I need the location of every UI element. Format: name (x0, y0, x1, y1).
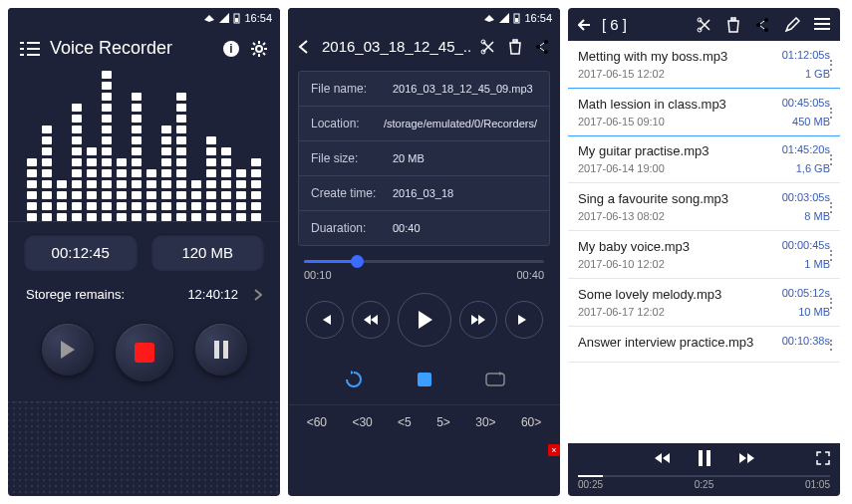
info-icon[interactable]: i (222, 40, 240, 58)
svg-rect-19 (707, 450, 710, 466)
more-icon[interactable]: ⋮ (824, 111, 838, 115)
cut-icon[interactable] (697, 17, 712, 33)
rec-date: 2017-06-14 19:00 (578, 162, 665, 174)
back-icon[interactable] (298, 40, 312, 54)
pause-button[interactable] (195, 324, 247, 376)
rewind-button[interactable] (653, 451, 671, 465)
rec-date: 2017-06-15 09:10 (578, 116, 665, 127)
rec-date: 2017-06-15 12:02 (578, 68, 665, 80)
top-bar: [ 6 ] (568, 8, 840, 41)
rec-title: My baby voice.mp3 (578, 239, 690, 254)
svg-rect-18 (699, 450, 703, 466)
header: Voice Recorder i (8, 28, 280, 69)
signal-icon (219, 13, 229, 23)
svg-point-17 (764, 28, 768, 32)
forward-button[interactable] (738, 451, 756, 465)
recordings-list[interactable]: Metting with my boss.mp301:12:05s2017-06… (568, 41, 840, 443)
skip-60>[interactable]: 60> (521, 415, 541, 429)
rewind-button[interactable] (352, 301, 390, 339)
forward-button[interactable] (459, 301, 497, 339)
filesize-label: File size: (311, 151, 393, 165)
rec-title: Sing a favourite song.mp3 (578, 191, 728, 206)
battery-icon (233, 13, 240, 24)
svg-point-16 (756, 23, 760, 27)
more-icon[interactable]: ⋮ (824, 205, 838, 209)
expand-icon[interactable] (816, 451, 830, 465)
play-button[interactable] (42, 324, 94, 376)
readout-row: 00:12:45 120 MB (8, 222, 280, 283)
share-icon[interactable] (754, 17, 770, 33)
rec-duration: 01:12:05s (782, 49, 830, 64)
svg-rect-1 (235, 18, 238, 22)
mini-player: 00:25 0:25 01:05 (568, 443, 840, 496)
rec-title: Math lession in class.mp3 (578, 97, 726, 112)
recording-item[interactable]: My guitar practise.mp301:45:20s2017-06-1… (568, 135, 840, 183)
rec-duration: 01:45:20s (782, 143, 830, 158)
remain-value: 12:40:12 (187, 287, 238, 302)
equalizer (8, 73, 280, 222)
delete-icon[interactable] (726, 17, 740, 33)
rec-title: Answer interview practice.mp3 (578, 335, 753, 350)
skip-start-button[interactable] (306, 301, 344, 339)
more-icon[interactable]: ⋮ (824, 301, 838, 305)
skip-<60[interactable]: <60 (307, 415, 327, 429)
rec-title: Some lovely melody.mp3 (578, 287, 721, 302)
mini-seek[interactable] (578, 475, 830, 477)
more-icon[interactable]: ⋮ (824, 343, 838, 347)
skip-5>[interactable]: 5> (436, 415, 450, 429)
chevron-right-icon[interactable] (254, 289, 262, 301)
back-icon[interactable] (578, 18, 592, 32)
recording-item[interactable]: Answer interview practice.mp300:10:38s⋮ (568, 327, 840, 363)
duration-value: 00:40 (393, 222, 421, 234)
cut-icon[interactable] (480, 39, 496, 55)
play-button[interactable] (398, 293, 451, 347)
replay-button[interactable] (337, 363, 371, 396)
recording-item[interactable]: Metting with my boss.mp301:12:05s2017-06… (568, 41, 840, 89)
speaker-grille (8, 401, 280, 496)
recording-item[interactable]: Math lession in class.mp300:45:05s2017-0… (568, 88, 840, 136)
seek-slider[interactable] (288, 252, 560, 265)
more-icon[interactable]: ⋮ (824, 63, 838, 67)
filename-value: 2016_03_18_12_45_09.mp3 (393, 83, 533, 95)
location-value: /storage/emulated/0/Recorders/ (384, 118, 537, 129)
svg-point-11 (544, 50, 548, 54)
transport-controls (288, 285, 560, 355)
status-time: 16:54 (244, 12, 272, 24)
edit-icon[interactable] (784, 17, 800, 33)
more-icon[interactable]: ⋮ (824, 253, 838, 257)
rec-duration: 00:45:05s (782, 97, 830, 112)
mini-elapsed: 0:25 (695, 479, 713, 490)
mini-pos: 00:25 (578, 479, 603, 490)
rec-duration: 00:03:05s (782, 191, 830, 206)
recording-item[interactable]: My baby voice.mp300:00:45s2017-06-10 12:… (568, 231, 840, 279)
close-icon[interactable]: × (548, 444, 560, 456)
menu-icon[interactable] (20, 41, 40, 57)
record-button[interactable] (116, 324, 173, 381)
share-icon[interactable] (534, 39, 550, 55)
wifi-icon (483, 13, 495, 23)
time-row: 00:10 00:40 (288, 265, 560, 285)
settings-icon[interactable] (250, 40, 268, 58)
svg-rect-6 (515, 18, 518, 22)
position: 00:10 (304, 269, 332, 281)
recording-item[interactable]: Sing a favourite song.mp300:03:05s2017-0… (568, 183, 840, 231)
status-time: 16:54 (524, 12, 552, 24)
stop-button[interactable] (408, 363, 441, 396)
created-value: 2016_03_18 (393, 187, 453, 199)
loop-button[interactable] (478, 363, 512, 396)
skip-<5[interactable]: <5 (398, 415, 412, 429)
skip-30>[interactable]: 30> (475, 415, 495, 429)
remain-label: Storege remains: (26, 287, 125, 302)
more-icon[interactable]: ⋮ (824, 157, 838, 161)
delete-icon[interactable] (508, 39, 522, 55)
svg-point-15 (764, 18, 768, 22)
transport-controls (8, 312, 280, 393)
pause-button[interactable] (697, 449, 712, 467)
svg-point-9 (544, 40, 548, 44)
extra-controls (288, 355, 560, 404)
skip-end-button[interactable] (505, 301, 543, 339)
recording-item[interactable]: Some lovely melody.mp300:05:12s2017-06-1… (568, 279, 840, 327)
battery-icon (513, 13, 520, 24)
skip-<30[interactable]: <30 (352, 415, 372, 429)
menu-icon[interactable] (814, 17, 830, 31)
